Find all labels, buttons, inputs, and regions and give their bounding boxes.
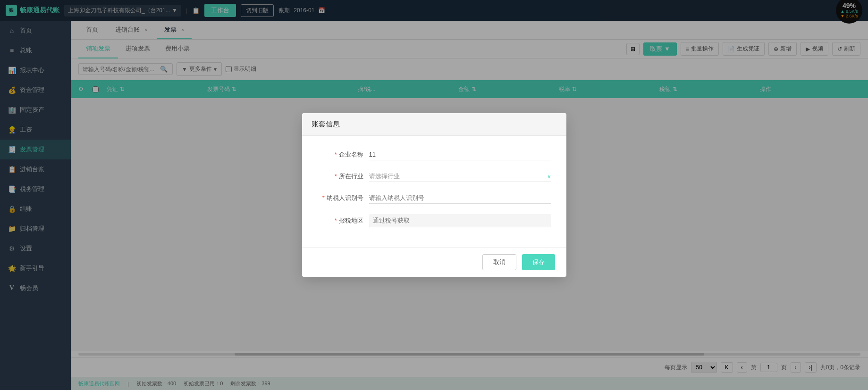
form-row-tax-region: * 报税地区 [317,214,551,227]
chevron-down-icon: ∨ [547,173,551,180]
tax-id-input[interactable] [369,192,551,204]
form-row-industry: * 所在行业 请选择行业 ∨ [317,171,551,182]
save-button[interactable]: 保存 [522,254,555,270]
modal-overlay: 账套信息 * 企业名称 * 所在行业 请选择行业 [0,0,868,390]
dialog-footer: 取消 保存 [302,247,566,277]
industry-select-wrap[interactable]: 请选择行业 ∨ [369,171,551,182]
dialog-body: * 企业名称 * 所在行业 请选择行业 ∨ [302,136,566,247]
label-tax-id: * 纳税人识别号 [317,194,369,202]
enterprise-name-input[interactable] [369,149,551,160]
label-tax-region: * 报税地区 [317,216,369,225]
form-row-enterprise-name: * 企业名称 [317,149,551,160]
industry-select[interactable]: 请选择行业 [369,173,547,180]
form-row-tax-id: * 纳税人识别号 [317,192,551,204]
account-info-dialog: 账套信息 * 企业名称 * 所在行业 请选择行业 [302,113,566,277]
dialog-header: 账套信息 [302,113,566,136]
cancel-button[interactable]: 取消 [482,254,516,270]
label-enterprise-name: * 企业名称 [317,150,369,159]
label-industry: * 所在行业 [317,172,369,181]
tax-region-input [369,214,551,227]
